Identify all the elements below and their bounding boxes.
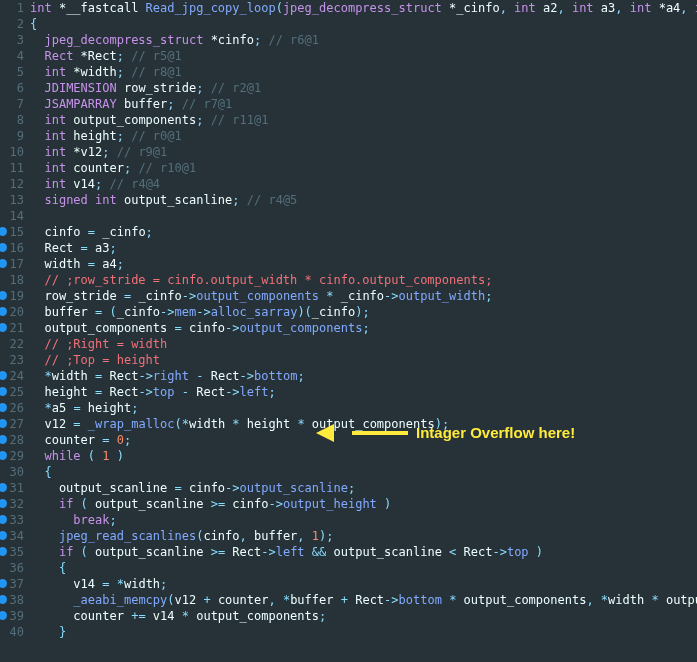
code-line: int *__fastcall Read_jpg_copy_loop(jpeg_… <box>30 0 697 16</box>
line-number: 7 <box>0 96 24 112</box>
code-line: cinfo = _cinfo; <box>30 224 697 240</box>
line-number: 27 <box>0 416 24 432</box>
code-line: break; <box>30 512 697 528</box>
code-line: if ( output_scanline >= cinfo->output_he… <box>30 496 697 512</box>
code-line: counter += v14 * output_components; <box>30 608 697 624</box>
code-line: int counter; // r10@1 <box>30 160 697 176</box>
code-area: int *__fastcall Read_jpg_copy_loop(jpeg_… <box>30 0 697 640</box>
line-number: 37 <box>0 576 24 592</box>
line-number: 12 <box>0 176 24 192</box>
code-line: // ;row_stride = cinfo.output_width * ci… <box>30 272 697 288</box>
line-number: 40 <box>0 624 24 640</box>
code-line: Rect *Rect; // r5@1 <box>30 48 697 64</box>
code-line: jpeg_decompress_struct *cinfo; // r6@1 <box>30 32 697 48</box>
code-line: *a5 = height; <box>30 400 697 416</box>
code-line: int v14; // r4@4 <box>30 176 697 192</box>
line-number: 36 <box>0 560 24 576</box>
line-number: 4 <box>0 48 24 64</box>
code-line <box>30 208 697 224</box>
code-line: row_stride = _cinfo->output_components *… <box>30 288 697 304</box>
code-line: // ;Right = width <box>30 336 697 352</box>
code-line: int *v12; // r9@1 <box>30 144 697 160</box>
code-line: counter = 0; <box>30 432 697 448</box>
line-number: 30 <box>0 464 24 480</box>
code-line: jpeg_read_scanlines(cinfo, buffer, 1); <box>30 528 697 544</box>
code-line: int *width; // r8@1 <box>30 64 697 80</box>
code-line: output_components = cinfo->output_compon… <box>30 320 697 336</box>
line-number: 32 <box>0 496 24 512</box>
line-number: 22 <box>0 336 24 352</box>
line-number: 28 <box>0 432 24 448</box>
line-number: 8 <box>0 112 24 128</box>
code-line: if ( output_scanline >= Rect->left && ou… <box>30 544 697 560</box>
line-number: 5 <box>0 64 24 80</box>
line-number: 25 <box>0 384 24 400</box>
line-number: 29 <box>0 448 24 464</box>
code-line: v14 = *width; <box>30 576 697 592</box>
line-number: 15 <box>0 224 24 240</box>
line-number: 6 <box>0 80 24 96</box>
line-number: 17 <box>0 256 24 272</box>
code-line: int height; // r0@1 <box>30 128 697 144</box>
line-number: 16 <box>0 240 24 256</box>
line-number: 35 <box>0 544 24 560</box>
line-number: 10 <box>0 144 24 160</box>
line-number: 1 <box>0 0 24 16</box>
line-number: 9 <box>0 128 24 144</box>
code-line: signed int output_scanline; // r4@5 <box>30 192 697 208</box>
code-line: // ;Top = height <box>30 352 697 368</box>
code-line: while ( 1 ) <box>30 448 697 464</box>
code-line: v12 = _wrap_malloc(*width * height * out… <box>30 416 697 432</box>
code-line: *width = Rect->right - Rect->bottom; <box>30 368 697 384</box>
code-line: JDIMENSION row_stride; // r2@1 <box>30 80 697 96</box>
line-number: 18 <box>0 272 24 288</box>
code-line: buffer = (_cinfo->mem->alloc_sarray)(_ci… <box>30 304 697 320</box>
code-line: { <box>30 16 697 32</box>
line-number: 14 <box>0 208 24 224</box>
line-number-gutter: 1234567891011121314151617181920212223242… <box>0 0 28 640</box>
line-number: 26 <box>0 400 24 416</box>
code-line: int output_components; // r11@1 <box>30 112 697 128</box>
code-line: height = Rect->top - Rect->left; <box>30 384 697 400</box>
line-number: 24 <box>0 368 24 384</box>
line-number: 19 <box>0 288 24 304</box>
line-number: 31 <box>0 480 24 496</box>
line-number: 39 <box>0 608 24 624</box>
code-line: _aeabi_memcpy(v12 + counter, *buffer + R… <box>30 592 697 608</box>
line-number: 3 <box>0 32 24 48</box>
code-line: } <box>30 624 697 640</box>
line-number: 34 <box>0 528 24 544</box>
code-line: Rect = a3; <box>30 240 697 256</box>
code-line: output_scanline = cinfo->output_scanline… <box>30 480 697 496</box>
line-number: 33 <box>0 512 24 528</box>
line-number: 20 <box>0 304 24 320</box>
line-number: 21 <box>0 320 24 336</box>
code-line: { <box>30 464 697 480</box>
code-line: { <box>30 560 697 576</box>
code-line: width = a4; <box>30 256 697 272</box>
line-number: 11 <box>0 160 24 176</box>
line-number: 2 <box>0 16 24 32</box>
code-line: JSAMPARRAY buffer; // r7@1 <box>30 96 697 112</box>
line-number: 38 <box>0 592 24 608</box>
line-number: 23 <box>0 352 24 368</box>
line-number: 13 <box>0 192 24 208</box>
